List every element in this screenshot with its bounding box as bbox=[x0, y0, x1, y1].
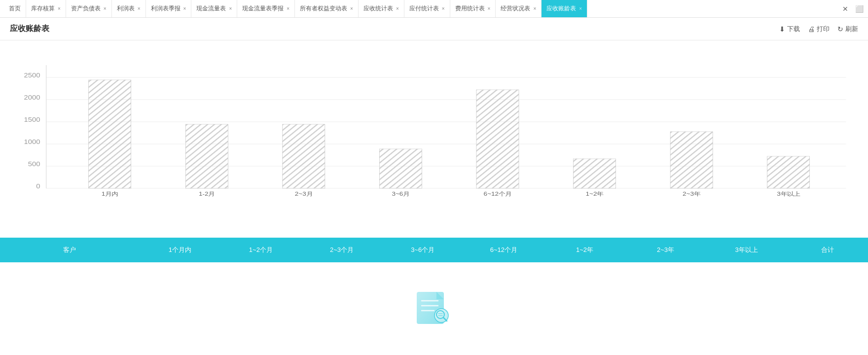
svg-text:6~12个月: 6~12个月 bbox=[484, 191, 512, 197]
svg-text:3年以上: 3年以上 bbox=[777, 191, 800, 197]
close-tab-ar-aging[interactable]: × bbox=[579, 6, 582, 11]
tab-expense[interactable]: 费用统计表 × bbox=[450, 0, 496, 18]
svg-text:1~2年: 1~2年 bbox=[586, 191, 604, 197]
tab-bar-actions: ✕ ⬜ bbox=[840, 4, 864, 14]
tab-ar-aging[interactable]: 应收账龄表 × bbox=[542, 0, 587, 18]
maximize-window-button[interactable]: ⬜ bbox=[854, 4, 864, 14]
tab-bar: 首页 库存核算 × 资产负债表 × 利润表 × 利润表季报 × 现金流量表 × … bbox=[0, 0, 868, 18]
page-content: 应收账龄表 ⬇ 下载 🖨 打印 ↻ 刷新 bbox=[0, 18, 868, 355]
empty-state bbox=[0, 262, 868, 355]
chart-area: 0 500 1000 1500 2000 2500 1月内 bbox=[0, 40, 868, 238]
bar-2-3month bbox=[283, 124, 325, 188]
refresh-button[interactable]: ↻ 刷新 bbox=[837, 25, 858, 34]
tab-cashflow-quarter[interactable]: 现金流量表季报 × bbox=[237, 0, 295, 18]
page-header: 应收账龄表 ⬇ 下载 🖨 打印 ↻ 刷新 bbox=[0, 18, 868, 40]
close-tab-equity[interactable]: × bbox=[350, 6, 353, 11]
svg-text:2~3年: 2~3年 bbox=[683, 191, 700, 197]
svg-text:3~6月: 3~6月 bbox=[392, 191, 409, 197]
page-title: 应收账龄表 bbox=[10, 24, 49, 34]
th-customer: 客户 bbox=[0, 246, 140, 254]
tab-home[interactable]: 首页 bbox=[4, 0, 26, 18]
close-tab-profit-quarter[interactable]: × bbox=[183, 6, 186, 11]
svg-text:1500: 1500 bbox=[24, 116, 40, 123]
tab-cashflow[interactable]: 现金流量表 × bbox=[191, 0, 237, 18]
bar-6-12month bbox=[476, 90, 519, 188]
close-tab-profit[interactable]: × bbox=[138, 6, 141, 11]
svg-text:1000: 1000 bbox=[24, 139, 40, 145]
bar-1month bbox=[89, 80, 131, 188]
svg-text:500: 500 bbox=[28, 161, 40, 167]
bar-1-2year bbox=[574, 159, 616, 188]
th-1-2year: 1~2年 bbox=[544, 246, 625, 254]
refresh-icon: ↻ bbox=[837, 25, 843, 33]
close-tab-cashflow[interactable]: × bbox=[229, 6, 232, 11]
close-tab-inventory[interactable]: × bbox=[58, 6, 61, 11]
th-3-6month: 3~6个月 bbox=[382, 246, 463, 254]
chart-container: 0 500 1000 1500 2000 2500 1月内 bbox=[10, 50, 858, 198]
tab-operations[interactable]: 经营状况表 × bbox=[496, 0, 542, 18]
empty-illustration bbox=[409, 282, 459, 331]
close-window-button[interactable]: ✕ bbox=[840, 4, 850, 14]
svg-text:2000: 2000 bbox=[24, 94, 40, 101]
tab-balance[interactable]: 资产负债表 × bbox=[66, 0, 112, 18]
svg-text:1-2月: 1-2月 bbox=[199, 191, 215, 197]
tab-inventory[interactable]: 库存核算 × bbox=[26, 0, 66, 18]
header-actions: ⬇ 下载 🖨 打印 ↻ 刷新 bbox=[779, 25, 858, 34]
th-6-12month: 6~12个月 bbox=[463, 246, 544, 254]
tab-profit[interactable]: 利润表 × bbox=[112, 0, 146, 18]
th-1-2month: 1~2个月 bbox=[220, 246, 301, 254]
svg-text:1月内: 1月内 bbox=[102, 191, 118, 197]
close-tab-ap-stats[interactable]: × bbox=[442, 6, 445, 11]
th-2-3month: 2~3个月 bbox=[301, 246, 382, 254]
download-button[interactable]: ⬇ 下载 bbox=[779, 25, 800, 34]
close-tab-cashflow-quarter[interactable]: × bbox=[287, 6, 289, 11]
th-1month: 1个月内 bbox=[140, 246, 220, 254]
close-tab-operations[interactable]: × bbox=[533, 6, 536, 11]
tab-ar-stats[interactable]: 应收统计表 × bbox=[359, 0, 404, 18]
bar-3-6month bbox=[379, 149, 422, 188]
bar-chart: 0 500 1000 1500 2000 2500 1月内 bbox=[10, 50, 858, 198]
th-2-3year: 2~3年 bbox=[625, 246, 706, 254]
bar-2-3year bbox=[670, 132, 713, 188]
svg-text:2500: 2500 bbox=[24, 72, 40, 78]
svg-text:2~3月: 2~3月 bbox=[295, 191, 313, 197]
th-3plus-year: 3年以上 bbox=[706, 246, 787, 254]
tab-profit-quarter[interactable]: 利润表季报 × bbox=[146, 0, 192, 18]
table-header: 客户 1个月内 1~2个月 2~3个月 3~6个月 6~12个月 1~2年 2~… bbox=[0, 238, 868, 262]
bar-3plus-year bbox=[767, 156, 810, 188]
print-icon: 🖨 bbox=[808, 25, 815, 33]
download-icon: ⬇ bbox=[779, 25, 785, 33]
tab-ap-stats[interactable]: 应付统计表 × bbox=[404, 0, 450, 18]
th-total: 合计 bbox=[787, 246, 868, 254]
close-tab-balance[interactable]: × bbox=[104, 6, 107, 11]
close-tab-ar-stats[interactable]: × bbox=[396, 6, 399, 11]
close-tab-expense[interactable]: × bbox=[488, 6, 491, 11]
print-button[interactable]: 🖨 打印 bbox=[808, 25, 830, 34]
svg-text:0: 0 bbox=[36, 183, 40, 189]
bar-1-2month bbox=[185, 124, 228, 188]
tab-equity[interactable]: 所有者权益变动表 × bbox=[295, 0, 359, 18]
